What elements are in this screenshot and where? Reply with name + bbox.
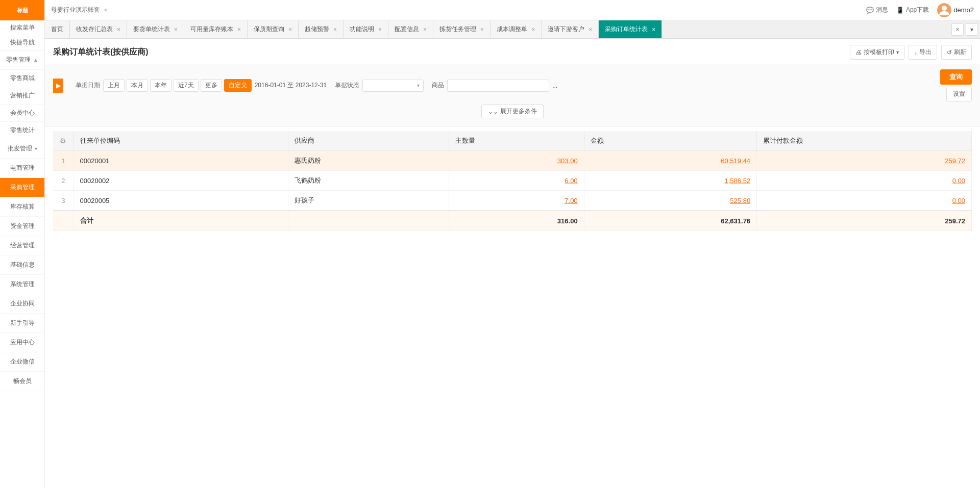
table-footer-row: 合计 316.00 62,631.76 259.72 xyxy=(53,211,972,231)
col-header-amount: 金额 xyxy=(584,131,757,151)
print-button[interactable]: 🖨 按模板打印 ▾ xyxy=(850,45,904,60)
tab-config-info[interactable]: 配置信息 × xyxy=(388,20,433,39)
sidebar-item-corpwechat[interactable]: 企业微信 xyxy=(0,352,44,372)
tab-goods-stat-close[interactable]: × xyxy=(174,26,178,33)
export-button[interactable]: ↓ 导出 xyxy=(909,45,937,60)
sidebar-item-vip[interactable]: 畅会员 xyxy=(0,372,44,391)
footer-empty xyxy=(53,211,74,231)
app-download-button[interactable]: 📱 App下载 xyxy=(896,6,929,14)
sidebar-item-quicknav[interactable]: 快捷导航 xyxy=(0,35,44,50)
col-header-gear[interactable]: ⚙ xyxy=(53,131,74,151)
query-actions: 查询 设置 xyxy=(940,69,972,101)
tab-receive-send-close[interactable]: × xyxy=(117,26,120,33)
sidebar-item-basic[interactable]: 基础信息 xyxy=(0,255,44,275)
sidebar-item-wholesale[interactable]: 批发管理 ▾ xyxy=(0,139,44,159)
table-row[interactable]: 3 00020005 好孩子 7.00 525.80 0.00 xyxy=(53,191,972,211)
app-icon: 📱 xyxy=(896,7,904,14)
footer-paid: 259.72 xyxy=(757,211,972,231)
tab-bar: 首页 收发存汇总表 × 要货单统计表 × 可用量库存账本 × 保质期查询 × 超… xyxy=(45,20,980,39)
breadcrumb-arrow-icon[interactable]: ▾ xyxy=(104,7,107,14)
tab-cost-adjust-close[interactable]: × xyxy=(531,26,535,33)
filter-toggle-btn[interactable]: ▶ xyxy=(53,79,63,93)
sidebar-search-label: 搜索菜单 xyxy=(10,24,35,31)
sidebar-item-system[interactable]: 系统管理 xyxy=(0,275,44,294)
cell-code: 00020002 xyxy=(74,171,288,191)
tab-close-all-button[interactable]: × xyxy=(951,23,964,36)
sidebar-item-search[interactable]: 搜索菜单 xyxy=(0,20,44,35)
tab-function-desc[interactable]: 功能说明 × xyxy=(344,20,388,39)
sidebar-item-retail-shop[interactable]: 零售商城 xyxy=(0,70,44,87)
sidebar-item-retail[interactable]: 零售管理 ▲ xyxy=(0,50,44,70)
goods-more-btn[interactable]: ... xyxy=(552,82,557,89)
tab-config-info-close[interactable]: × xyxy=(423,26,427,33)
table-row[interactable]: 1 00020001 惠氏奶粉 303.00 60,519.44 259.72 xyxy=(53,151,972,171)
tab-purchase-stat-label: 采购订单统计表 xyxy=(605,25,648,34)
tab-available-inventory-close[interactable]: × xyxy=(237,26,241,33)
tab-cost-adjust[interactable]: 成本调整单 × xyxy=(491,20,542,39)
sidebar-item-operation[interactable]: 经营管理 xyxy=(0,236,44,255)
tab-cost-adjust-label: 成本调整单 xyxy=(497,25,527,34)
date-btn-custom[interactable]: 自定义 xyxy=(224,79,252,92)
tab-pick-task-close[interactable]: × xyxy=(480,26,484,33)
sidebar-corpwechat-label: 企业微信 xyxy=(10,357,35,366)
goods-input[interactable] xyxy=(447,80,549,92)
tab-function-desc-close[interactable]: × xyxy=(378,26,382,33)
status-select[interactable] xyxy=(362,80,424,92)
tab-goods-stat-label: 要货单统计表 xyxy=(133,25,170,34)
user-profile[interactable]: demo2 xyxy=(937,3,974,17)
sidebar-item-inventory[interactable]: 库存核算 xyxy=(0,197,44,217)
sidebar-item-retail-stat[interactable]: 零售统计 xyxy=(0,122,44,139)
expand-conditions-button[interactable]: ⌄⌄ 展开更多条件 xyxy=(481,105,544,118)
sidebar-item-ecommerce[interactable]: 电商管理 xyxy=(0,159,44,178)
date-btn-more[interactable]: 更多 xyxy=(201,79,222,92)
tab-receive-send[interactable]: 收发存汇总表 × xyxy=(70,20,127,39)
tab-goods-stat[interactable]: 要货单统计表 × xyxy=(127,20,184,39)
sidebar-wholesale-label: 批发管理 xyxy=(8,144,32,153)
sidebar-retail-label: 零售管理 xyxy=(6,56,31,64)
tab-purchase-stat[interactable]: 采购订单统计表 × xyxy=(599,20,662,39)
sidebar-item-appcenter[interactable]: 应用中心 xyxy=(0,333,44,352)
cell-paid: 259.72 xyxy=(757,151,972,171)
column-settings-icon[interactable]: ⚙ xyxy=(60,137,66,145)
sidebar-item-finance[interactable]: 资金管理 xyxy=(0,217,44,236)
table-row[interactable]: 2 00020002 飞鹤奶粉 6.00 1,586.52 0.00 xyxy=(53,171,972,191)
date-btn-last-month[interactable]: 上月 xyxy=(103,79,125,92)
refresh-button[interactable]: ↺ 刷新 xyxy=(941,45,972,60)
cell-index: 3 xyxy=(53,191,74,211)
sidebar-marketing-label: 营销推广 xyxy=(10,91,35,100)
query-button[interactable]: 查询 xyxy=(940,69,972,85)
sidebar-item-marketing[interactable]: 营销推广 xyxy=(0,87,44,105)
sidebar-retailstat-label: 零售统计 xyxy=(10,126,35,135)
wholesale-arrow-icon: ▾ xyxy=(35,146,37,151)
col-header-qty: 主数量 xyxy=(449,131,584,151)
tab-available-inventory[interactable]: 可用量库存账本 × xyxy=(184,20,248,39)
sidebar-item-purchase[interactable]: 采购管理 xyxy=(0,178,44,197)
settings-button[interactable]: 设置 xyxy=(946,87,972,101)
svg-point-1 xyxy=(942,6,947,11)
tab-expiry-query[interactable]: 保质期查询 × xyxy=(248,20,299,39)
tab-invite-downstream[interactable]: 邀请下游客户 × xyxy=(542,20,599,39)
tab-overstock-close[interactable]: × xyxy=(333,26,337,33)
refresh-label: 刷新 xyxy=(954,48,966,57)
sidebar-item-enterprise[interactable]: 企业协同 xyxy=(0,294,44,314)
date-range-display: 2016-01-01 至 2023-12-31 xyxy=(255,81,327,90)
sidebar-quicknav-label: 快捷导航 xyxy=(10,39,35,46)
date-btn-7days[interactable]: 近7天 xyxy=(174,79,199,92)
sidebar-item-member[interactable]: 会员中心 xyxy=(0,105,44,122)
app-download-label: App下载 xyxy=(906,6,929,14)
sidebar-inventory-label: 库存核算 xyxy=(10,202,35,211)
tab-purchase-stat-close[interactable]: × xyxy=(652,26,655,33)
tab-invite-downstream-close[interactable]: × xyxy=(589,26,592,33)
tab-expiry-query-label: 保质期查询 xyxy=(254,25,284,34)
expand-label: 展开更多条件 xyxy=(500,107,537,116)
tab-overstock[interactable]: 超储预警 × xyxy=(299,20,344,39)
date-btn-this-year[interactable]: 本年 xyxy=(150,79,172,92)
tab-pick-task[interactable]: 拣货任务管理 × xyxy=(433,20,491,39)
sidebar-item-newguide[interactable]: 新手引导 xyxy=(0,314,44,333)
tab-home[interactable]: 首页 xyxy=(45,20,70,39)
tab-expiry-query-close[interactable]: × xyxy=(288,26,292,33)
message-button[interactable]: 💬 消息 xyxy=(866,6,888,14)
page-title: 采购订单统计表(按供应商) xyxy=(53,47,149,58)
date-btn-this-month[interactable]: 本月 xyxy=(127,79,148,92)
tab-menu-button[interactable]: ▾ xyxy=(966,23,978,36)
